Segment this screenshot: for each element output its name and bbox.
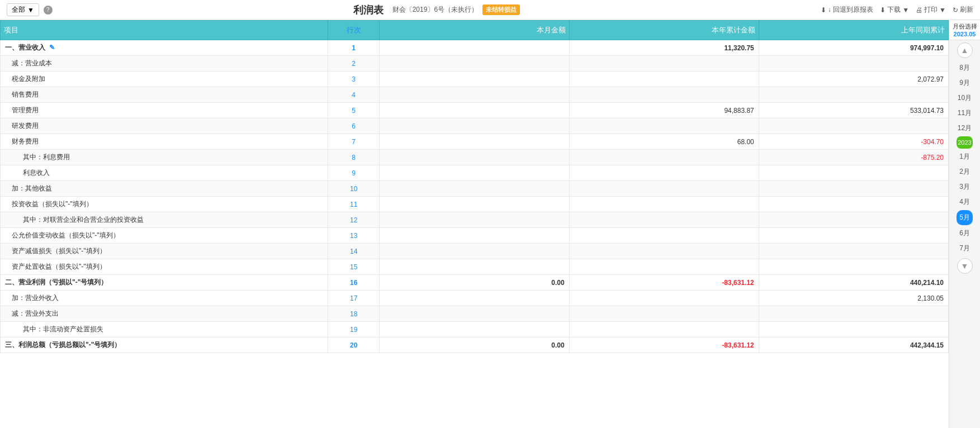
cell-month — [380, 197, 569, 212]
table-row: 税金及附加32,072.97 — [1, 72, 949, 87]
col-header-rownum: 行次 — [328, 21, 380, 40]
cell-year: 94,883.87 — [569, 103, 759, 118]
cell-month — [380, 212, 569, 228]
month-list: 8月9月10月11月12月20231月2月3月4月5月6月7月 — [954, 60, 974, 256]
cell-item: 其中：对联营企业和合营企业的投资收益 — [1, 212, 328, 228]
cell-rownum: 17 — [328, 291, 380, 306]
cell-rownum: 12 — [328, 212, 380, 228]
cell-year — [569, 259, 759, 275]
cell-year — [569, 181, 759, 197]
cell-prev — [759, 56, 948, 72]
table-row: 公允价值变动收益（损失以"-"填列）13 — [1, 228, 949, 244]
cell-year — [569, 212, 759, 228]
table-row: 减：营业成本2 — [1, 56, 949, 72]
cell-year — [569, 72, 759, 87]
month-item[interactable]: 8月 — [954, 60, 974, 75]
table-row: 投资收益（损失以"-"填列）11 — [1, 197, 949, 212]
cell-year — [569, 56, 759, 72]
cell-rownum: 20 — [328, 337, 380, 353]
cell-rownum: 3 — [328, 72, 380, 87]
cell-item: 减：营业成本 — [1, 56, 328, 72]
cell-item: 资产减值损失（损失以"-"填列） — [1, 244, 328, 259]
table-area[interactable]: 项目 行次 本月金额 本年累计金额 上年同期累计 一、营业收入 ✎111,320… — [0, 20, 949, 428]
all-dropdown[interactable]: 全部 ▼ — [7, 3, 39, 16]
month-item[interactable]: 9月 — [954, 75, 974, 91]
download-button[interactable]: ⬇ 下载 ▼ — [880, 5, 909, 15]
table-row: 减：营业外支出18 — [1, 306, 949, 322]
cell-prev: -875.20 — [759, 150, 948, 165]
month-item[interactable]: 12月 — [954, 121, 974, 136]
month-item[interactable]: 10月 — [954, 91, 974, 106]
cell-year — [569, 291, 759, 306]
month-item[interactable]: 3月 — [954, 179, 974, 194]
cell-rownum: 1 — [328, 40, 380, 56]
cell-year: 68.00 — [569, 134, 759, 150]
cell-rownum: 15 — [328, 259, 380, 275]
cell-month — [380, 150, 569, 165]
cell-rownum: 11 — [328, 197, 380, 212]
cell-year — [569, 228, 759, 244]
month-next-button[interactable]: ▼ — [957, 258, 973, 274]
page-title: 利润表 — [353, 3, 384, 17]
income-table: 项目 行次 本月金额 本年累计金额 上年同期累计 一、营业收入 ✎111,320… — [0, 20, 949, 353]
refresh-button[interactable]: ↻ 刷新 — [953, 5, 973, 15]
month-item[interactable]: 7月 — [954, 241, 974, 256]
cell-item: 管理费用 — [1, 103, 328, 118]
month-item[interactable]: 5月 — [957, 210, 972, 225]
cell-month — [380, 103, 569, 118]
back-button[interactable]: ⬇ ↓ 回退到原报表 — [821, 5, 873, 15]
cell-item: 税金及附加 — [1, 72, 328, 87]
table-row: 管理费用594,883.87533,014.73 — [1, 103, 949, 118]
month-sidebar: 月份选择 2023.05 ▲ 8月9月10月11月12月20231月2月3月4月… — [949, 20, 980, 428]
month-item[interactable]: 2023 — [957, 136, 972, 149]
main-content: 项目 行次 本月金额 本年累计金额 上年同期累计 一、营业收入 ✎111,320… — [0, 20, 980, 428]
table-row: 利息收入9 — [1, 165, 949, 181]
cell-prev: 533,014.73 — [759, 103, 948, 118]
cell-rownum: 7 — [328, 134, 380, 150]
cell-year — [569, 150, 759, 165]
month-item[interactable]: 4月 — [954, 194, 974, 210]
table-header-row: 项目 行次 本月金额 本年累计金额 上年同期累计 — [1, 21, 949, 40]
table-row: 其中：利息费用8-875.20 — [1, 150, 949, 165]
cell-month — [380, 72, 569, 87]
month-item[interactable]: 6月 — [954, 226, 974, 241]
edit-icon[interactable]: ✎ — [48, 44, 55, 51]
month-item[interactable]: 1月 — [954, 149, 974, 164]
cell-prev: 440,214.10 — [759, 275, 948, 291]
cell-item: 三、利润总额（亏损总额以"-"号填列） — [1, 337, 328, 353]
cell-rownum: 10 — [328, 181, 380, 197]
all-label: 全部 — [12, 5, 25, 15]
cell-prev — [759, 181, 948, 197]
col-header-prev: 上年同期累计 — [759, 21, 948, 40]
cell-item: 研发费用 — [1, 118, 328, 134]
cell-item: 二、营业利润（亏损以"-"号填列） — [1, 275, 328, 291]
cell-month — [380, 165, 569, 181]
table-row: 三、利润总额（亏损总额以"-"号填列）200.00-83,631.12442,3… — [1, 337, 949, 353]
table-row: 其中：对联营企业和合营企业的投资收益12 — [1, 212, 949, 228]
cell-prev: 442,344.15 — [759, 337, 948, 353]
help-icon[interactable]: ? — [44, 6, 53, 15]
cell-prev — [759, 244, 948, 259]
top-bar-center: 利润表 财会〔2019〕6号（未执行） 未结转损益 — [353, 3, 520, 17]
col-header-year: 本年累计金额 — [569, 21, 759, 40]
cell-year: -83,631.12 — [569, 275, 759, 291]
dropdown-arrow: ▼ — [27, 6, 34, 14]
cell-rownum: 9 — [328, 165, 380, 181]
month-item[interactable]: 2月 — [954, 164, 974, 179]
month-item[interactable]: 11月 — [954, 106, 974, 121]
print-button[interactable]: 🖨 打印 ▼ — [916, 5, 946, 15]
cell-month — [380, 87, 569, 103]
print-arrow: ▼ — [939, 6, 946, 14]
refresh-icon: ↻ — [953, 6, 958, 14]
back-icon: ⬇ — [821, 6, 826, 14]
cell-rownum: 14 — [328, 244, 380, 259]
cell-rownum: 18 — [328, 306, 380, 322]
cell-prev: 974,997.10 — [759, 40, 948, 56]
cell-rownum: 8 — [328, 150, 380, 165]
cell-prev — [759, 212, 948, 228]
table-row: 二、营业利润（亏损以"-"号填列）160.00-83,631.12440,214… — [1, 275, 949, 291]
cell-prev — [759, 322, 948, 337]
month-prev-button[interactable]: ▲ — [957, 42, 973, 58]
cell-month — [380, 134, 569, 150]
cell-month — [380, 228, 569, 244]
